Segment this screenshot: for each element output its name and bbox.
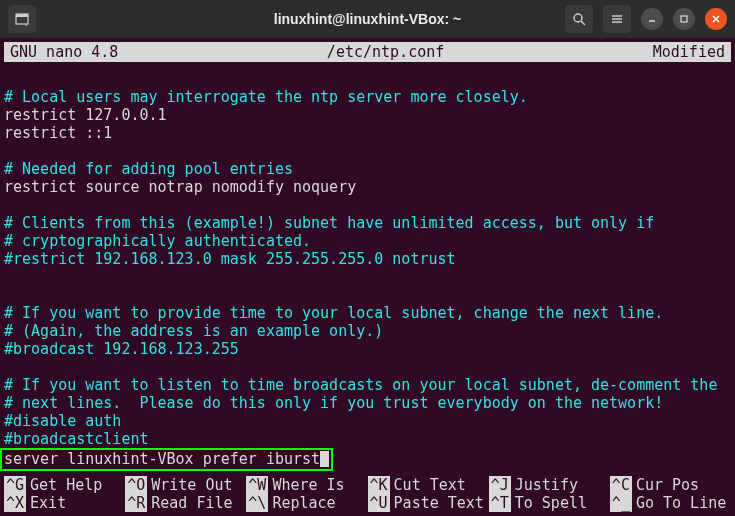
editor-line: #restrict 192.168.123.0 mask 255.255.255… xyxy=(4,250,731,268)
close-icon xyxy=(711,14,721,24)
editor-line: restrict ::1 xyxy=(4,124,731,142)
editor-line: # If you want to provide time to your lo… xyxy=(4,304,731,322)
text-cursor xyxy=(320,451,329,467)
terminal-tab-icon xyxy=(15,12,29,26)
nano-version: GNU nano 4.8 xyxy=(10,42,118,62)
maximize-icon xyxy=(679,14,689,24)
shortcut-key: ^K xyxy=(368,476,390,494)
svg-line-3 xyxy=(581,21,585,25)
shortcut-label: Read File xyxy=(151,494,232,512)
shortcut-label: Exit xyxy=(30,494,66,512)
shortcut-key: ^G xyxy=(4,476,26,494)
shortcut-key: ^R xyxy=(125,494,147,512)
shortcut-item: ^GGet Help xyxy=(4,476,125,494)
shortcut-key: ^O xyxy=(125,476,147,494)
editor-line xyxy=(4,286,731,304)
close-button[interactable] xyxy=(705,8,727,30)
editor-line: #broadcast 192.168.123.255 xyxy=(4,340,731,358)
shortcut-key: ^W xyxy=(246,476,268,494)
shortcut-label: Cur Pos xyxy=(636,476,699,494)
nano-status: Modified xyxy=(653,42,725,62)
shortcut-label: Where Is xyxy=(272,476,344,494)
shortcut-key: ^C xyxy=(610,476,632,494)
shortcut-label: Justify xyxy=(515,476,578,494)
window-titlebar: linuxhint@linuxhint-VBox: ~ xyxy=(0,0,735,38)
minimize-icon xyxy=(647,14,657,24)
editor-content[interactable]: # Local users may interrogate the ntp se… xyxy=(0,66,735,471)
shortcut-key: ^_ xyxy=(610,494,632,512)
editor-line: # Local users may interrogate the ntp se… xyxy=(4,88,731,106)
menu-button[interactable] xyxy=(603,5,631,33)
svg-rect-8 xyxy=(681,16,687,22)
editor-line: #disable auth xyxy=(4,412,731,430)
shortcut-label: Get Help xyxy=(30,476,102,494)
editor-line xyxy=(4,70,731,88)
shortcut-label: Write Out xyxy=(151,476,232,494)
shortcut-label: Cut Text xyxy=(394,476,466,494)
editor-line: #broadcastclient xyxy=(4,430,731,448)
highlight-box: server linuxhint-VBox prefer iburst xyxy=(0,448,333,471)
shortcut-key: ^\ xyxy=(246,494,268,512)
editor-line xyxy=(4,268,731,286)
svg-rect-1 xyxy=(16,14,28,17)
editor-line: # If you want to listen to time broadcas… xyxy=(4,376,731,394)
shortcut-key: ^T xyxy=(489,494,511,512)
shortcut-key: ^J xyxy=(489,476,511,494)
minimize-button[interactable] xyxy=(641,8,663,30)
new-tab-button[interactable] xyxy=(8,5,36,33)
shortcut-label: Replace xyxy=(272,494,335,512)
editor-highlighted-line: server linuxhint-VBox prefer iburst xyxy=(4,448,731,471)
editor-line: restrict source notrap nomodify noquery xyxy=(4,178,731,196)
editor-line: # next lines. Please do this only if you… xyxy=(4,394,731,412)
search-icon xyxy=(572,12,586,26)
shortcut-key: ^U xyxy=(368,494,390,512)
hamburger-icon xyxy=(610,12,624,26)
shortcuts-bar: ^GGet Help^OWrite Out^WWhere Is^KCut Tex… xyxy=(4,476,731,512)
window-title: linuxhint@linuxhint-VBox: ~ xyxy=(274,11,461,27)
shortcut-item: ^CCur Pos xyxy=(610,476,731,494)
shortcut-item: ^XExit xyxy=(4,494,125,512)
shortcut-label: To Spell xyxy=(515,494,587,512)
editor-line: restrict 127.0.0.1 xyxy=(4,106,731,124)
titlebar-left-controls xyxy=(8,5,36,33)
shortcuts-row-1: ^GGet Help^OWrite Out^WWhere Is^KCut Tex… xyxy=(4,476,731,494)
shortcut-label: Paste Text xyxy=(394,494,484,512)
editor-line: # Clients from this (example!) subnet ha… xyxy=(4,214,731,232)
editor-line xyxy=(4,358,731,376)
shortcut-item: ^\Replace xyxy=(246,494,367,512)
nano-header-bar: GNU nano 4.8 /etc/ntp.conf Modified xyxy=(4,42,731,62)
shortcut-item: ^RRead File xyxy=(125,494,246,512)
svg-point-2 xyxy=(574,14,582,22)
titlebar-right-controls xyxy=(565,5,727,33)
editor-line: # Needed for adding pool entries xyxy=(4,160,731,178)
nano-filename: /etc/ntp.conf xyxy=(118,42,652,62)
shortcut-item: ^JJustify xyxy=(489,476,610,494)
shortcut-label: Go To Line xyxy=(636,494,726,512)
shortcut-item: ^OWrite Out xyxy=(125,476,246,494)
editor-line: # cryptographically authenticated. xyxy=(4,232,731,250)
maximize-button[interactable] xyxy=(673,8,695,30)
shortcut-key: ^X xyxy=(4,494,26,512)
shortcut-item: ^UPaste Text xyxy=(368,494,489,512)
shortcut-item: ^WWhere Is xyxy=(246,476,367,494)
editor-line xyxy=(4,142,731,160)
shortcuts-row-2: ^XExit^RRead File^\Replace^UPaste Text^T… xyxy=(4,494,731,512)
shortcut-item: ^KCut Text xyxy=(368,476,489,494)
shortcut-item: ^TTo Spell xyxy=(489,494,610,512)
editor-line: # (Again, the address is an example only… xyxy=(4,322,731,340)
shortcut-item: ^_Go To Line xyxy=(610,494,731,512)
search-button[interactable] xyxy=(565,5,593,33)
editor-line xyxy=(4,196,731,214)
